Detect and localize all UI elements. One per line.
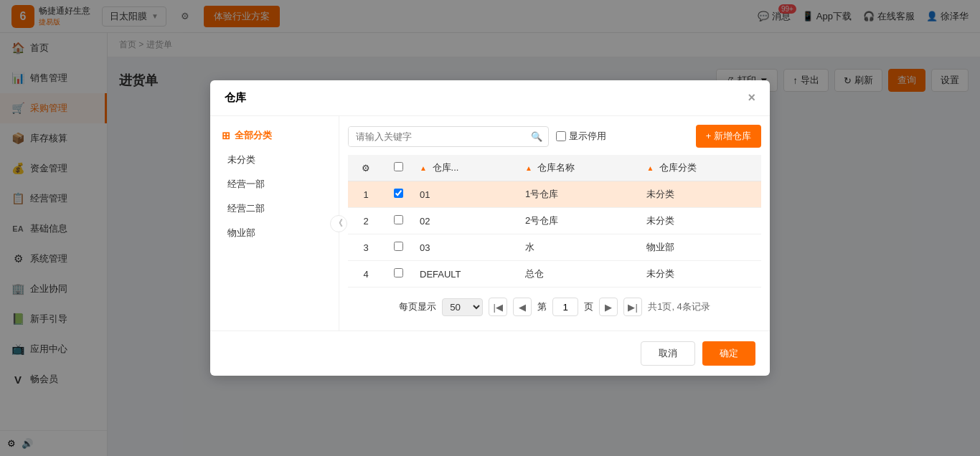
modal-footer: 取消 确定 bbox=[210, 331, 770, 376]
table-row[interactable]: 4 DEFAULT 总仓 未分类 bbox=[348, 261, 761, 288]
row-num: 1 bbox=[348, 181, 384, 208]
sort-icon-cat: ▲ bbox=[646, 164, 654, 172]
row-checkbox[interactable] bbox=[394, 215, 403, 224]
row-code: 03 bbox=[413, 234, 518, 261]
page-number-input[interactable] bbox=[552, 298, 578, 316]
table-row[interactable]: 2 02 2号仓库 未分类 bbox=[348, 208, 761, 234]
page-suffix: 页 bbox=[584, 300, 593, 313]
grid-icon: ⊞ bbox=[222, 130, 230, 141]
row-category: 未分类 bbox=[639, 261, 761, 288]
show-disabled-label[interactable]: 显示停用 bbox=[556, 130, 606, 143]
search-input-wrap: 🔍 bbox=[348, 126, 549, 147]
search-input[interactable] bbox=[349, 127, 525, 146]
row-name: 1号仓库 bbox=[518, 181, 640, 208]
warehouse-table: ⚙ ▲ 仓库... ▲ 仓库名称 bbox=[348, 155, 761, 288]
table-header-row: ⚙ ▲ 仓库... ▲ 仓库名称 bbox=[348, 155, 761, 181]
row-checkbox-cell bbox=[384, 234, 413, 261]
per-page-label: 每页显示 bbox=[399, 300, 436, 313]
row-name: 总仓 bbox=[518, 261, 640, 288]
row-num: 3 bbox=[348, 234, 384, 261]
row-num: 4 bbox=[348, 261, 384, 288]
row-name: 2号仓库 bbox=[518, 208, 640, 234]
cancel-button[interactable]: 取消 bbox=[641, 341, 695, 366]
row-checkbox-cell bbox=[384, 208, 413, 234]
row-checkbox[interactable] bbox=[394, 268, 403, 277]
row-checkbox[interactable] bbox=[394, 242, 403, 251]
modal-header: 仓库 × bbox=[210, 80, 770, 116]
category-sidebar: ⊞ 全部分类 未分类 经营一部 经营二部 物业部 《 bbox=[210, 116, 339, 331]
row-category: 未分类 bbox=[639, 181, 761, 208]
category-item-dept2[interactable]: 经营二部 bbox=[210, 196, 339, 221]
category-item-property[interactable]: 物业部 bbox=[210, 221, 339, 245]
th-name: ▲ 仓库名称 bbox=[518, 155, 640, 181]
th-category: ▲ 仓库分类 bbox=[639, 155, 761, 181]
next-page-button[interactable]: ▶ bbox=[599, 298, 618, 316]
th-code: ▲ 仓库... bbox=[413, 155, 518, 181]
collapse-button[interactable]: 《 bbox=[330, 215, 347, 232]
row-code: DEFAULT bbox=[413, 261, 518, 288]
pagination: 每页显示 50 100 |◀ ◀ 第 页 ▶ ▶| 共1页, 4条记录 bbox=[348, 288, 761, 322]
category-item-dept1[interactable]: 经营一部 bbox=[210, 172, 339, 196]
row-category: 未分类 bbox=[639, 208, 761, 234]
add-warehouse-button[interactable]: + 新增仓库 bbox=[696, 125, 761, 148]
row-checkbox[interactable] bbox=[394, 189, 403, 198]
select-all-checkbox[interactable] bbox=[394, 162, 403, 171]
show-disabled-checkbox[interactable] bbox=[556, 131, 566, 141]
first-page-button[interactable]: |◀ bbox=[489, 298, 507, 316]
table-toolbar: 🔍 显示停用 + 新增仓库 bbox=[348, 125, 761, 148]
sort-icon: ▲ bbox=[420, 164, 427, 172]
row-code: 01 bbox=[413, 181, 518, 208]
modal-body: ⊞ 全部分类 未分类 经营一部 经营二部 物业部 《 🔍 bbox=[210, 116, 770, 331]
table-row[interactable]: 3 03 水 物业部 bbox=[348, 234, 761, 261]
row-name: 水 bbox=[518, 234, 640, 261]
row-checkbox-cell bbox=[384, 261, 413, 288]
warehouse-modal: 仓库 × ⊞ 全部分类 未分类 经营一部 经营二部 物业部 《 bbox=[210, 80, 770, 376]
search-icon[interactable]: 🔍 bbox=[525, 131, 548, 142]
category-item-unclassified[interactable]: 未分类 bbox=[210, 148, 339, 172]
sort-icon-name: ▲ bbox=[525, 164, 532, 172]
category-all[interactable]: ⊞ 全部分类 bbox=[210, 123, 339, 148]
table-row[interactable]: 1 01 1号仓库 未分类 bbox=[348, 181, 761, 208]
row-num: 2 bbox=[348, 208, 384, 234]
th-gear: ⚙ bbox=[348, 155, 384, 181]
modal-close-button[interactable]: × bbox=[748, 90, 755, 105]
row-checkbox-cell bbox=[384, 181, 413, 208]
page-total: 共1页, 4条记录 bbox=[648, 300, 710, 313]
modal-overlay: 仓库 × ⊞ 全部分类 未分类 经营一部 经营二部 物业部 《 bbox=[0, 0, 980, 456]
prev-page-button[interactable]: ◀ bbox=[513, 298, 532, 316]
row-code: 02 bbox=[413, 208, 518, 234]
per-page-select[interactable]: 50 100 bbox=[442, 298, 483, 316]
table-area: 🔍 显示停用 + 新增仓库 ⚙ bbox=[339, 116, 770, 331]
confirm-button[interactable]: 确定 bbox=[702, 341, 755, 366]
th-checkbox bbox=[384, 155, 413, 181]
row-category: 物业部 bbox=[639, 234, 761, 261]
page-label: 第 bbox=[537, 300, 547, 313]
modal-title: 仓库 bbox=[225, 91, 246, 105]
last-page-button[interactable]: ▶| bbox=[623, 298, 642, 316]
